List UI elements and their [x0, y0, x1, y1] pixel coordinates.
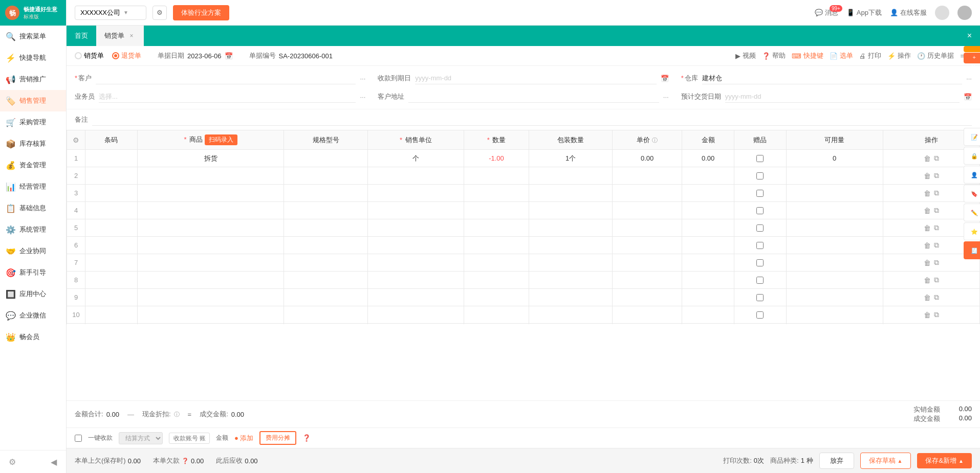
- customer-address-dots[interactable]: ···: [663, 93, 669, 101]
- save-draft-button[interactable]: 保存草稿 ▲: [860, 453, 911, 469]
- row1-gift[interactable]: [734, 150, 786, 167]
- message-button[interactable]: 💬 消息 99+: [815, 8, 838, 17]
- row6-gift-checkbox[interactable]: [756, 242, 764, 249]
- shortcut-button[interactable]: ⌨ 快捷键: [792, 51, 823, 60]
- sidebar-item-finance[interactable]: 💰 资金管理: [0, 154, 66, 176]
- row1-pack-qty[interactable]: 1个: [529, 150, 612, 167]
- company-selector[interactable]: XXXXXX公司 ▼: [75, 6, 146, 20]
- print-button[interactable]: 🖨 打印: [859, 51, 881, 60]
- sidebar-item-operations[interactable]: 📊 经营管理: [0, 176, 66, 197]
- sidebar-item-quick-nav[interactable]: ⚡ 快捷导航: [0, 47, 66, 69]
- customer-address-input[interactable]: [408, 91, 659, 103]
- row1-copy-icon[interactable]: ⧉: [934, 154, 939, 163]
- sidebar-item-marketing[interactable]: 📢 营销推广: [0, 69, 66, 90]
- app-download-button[interactable]: 📱 App下载: [846, 8, 882, 17]
- side-panel-btn-6[interactable]: ⭐: [964, 222, 980, 240]
- row2-gift-checkbox[interactable]: [756, 172, 764, 179]
- row5-gift-checkbox[interactable]: [756, 224, 764, 232]
- help-button[interactable]: ❓ 帮助: [762, 51, 786, 60]
- row1-amount[interactable]: 0.00: [682, 150, 734, 167]
- row10-gift-checkbox[interactable]: [756, 311, 764, 319]
- row2-delete-icon[interactable]: 🗑: [924, 172, 931, 180]
- date-calendar-icon[interactable]: 📅: [225, 52, 233, 60]
- row3-gift-checkbox[interactable]: [756, 190, 764, 197]
- radio-sales-order[interactable]: 销货单: [75, 51, 104, 60]
- tab-sales-order[interactable]: 销货单 ×: [96, 26, 144, 46]
- online-service-button[interactable]: 👤 在线客服: [890, 8, 927, 17]
- sidebar-item-inventory[interactable]: 📦 库存核算: [0, 133, 66, 154]
- abandon-button[interactable]: 放弃: [819, 453, 854, 469]
- row9-gift-checkbox[interactable]: [756, 294, 764, 301]
- one-click-checkbox[interactable]: [75, 435, 82, 442]
- fee-help-icon[interactable]: ❓: [302, 434, 311, 442]
- row7-gift-checkbox[interactable]: [756, 259, 764, 266]
- row3-copy-icon[interactable]: ⧉: [934, 189, 939, 197]
- operation-button[interactable]: ⚡ 操作: [887, 51, 911, 60]
- choose-button[interactable]: 📄 选单: [830, 51, 853, 60]
- add-payment-button[interactable]: ● 添加: [234, 434, 253, 443]
- sidebar-item-enterprise[interactable]: 🤝 企业协同: [0, 240, 66, 262]
- customer-dots[interactable]: ···: [360, 75, 365, 82]
- tab-close-icon[interactable]: ×: [127, 32, 136, 40]
- row1-product[interactable]: 拆货: [137, 150, 284, 167]
- user-avatar[interactable]: [935, 6, 949, 20]
- sidebar-item-search[interactable]: 🔍 搜索菜单: [0, 26, 66, 47]
- expected-delivery-input[interactable]: [725, 91, 960, 103]
- side-panel-btn-5[interactable]: ✏️: [964, 204, 980, 221]
- salesman-input[interactable]: [99, 91, 356, 103]
- gear-button[interactable]: ⚙: [153, 6, 167, 20]
- history-button[interactable]: 🕐 历史单据: [917, 51, 954, 60]
- payment-method-select[interactable]: 结算方式: [119, 432, 163, 444]
- arrears-help-icon[interactable]: ❓: [182, 458, 189, 464]
- side-panel-btn-2[interactable]: 🔒: [964, 147, 980, 165]
- row4-copy-icon[interactable]: ⧉: [934, 206, 939, 215]
- scan-button[interactable]: 扫码录入: [205, 134, 237, 145]
- trial-button[interactable]: 体验行业方案: [173, 5, 229, 20]
- row9-copy-icon[interactable]: ⧉: [934, 293, 939, 302]
- tab-home[interactable]: 首页: [67, 26, 96, 46]
- row8-gift-checkbox[interactable]: [756, 277, 764, 284]
- row5-delete-icon[interactable]: 🗑: [924, 224, 931, 232]
- sidebar-item-vip[interactable]: 👑 畅会员: [0, 326, 66, 348]
- due-date-input[interactable]: [415, 72, 656, 84]
- sidebar-item-system[interactable]: ⚙️ 系统管理: [0, 219, 66, 240]
- side-panel-btn-active[interactable]: 🧾: [964, 241, 980, 259]
- customer-input[interactable]: [96, 72, 356, 84]
- row8-delete-icon[interactable]: 🗑: [924, 276, 931, 284]
- settings-bottom-icon[interactable]: ⚙: [6, 456, 18, 468]
- row10-copy-icon[interactable]: ⧉: [934, 310, 939, 319]
- row1-quantity[interactable]: -1.00: [464, 150, 529, 167]
- row9-delete-icon[interactable]: 🗑: [924, 294, 931, 302]
- remark-input[interactable]: [92, 114, 972, 126]
- user-avatar2[interactable]: [957, 6, 972, 20]
- warehouse-input[interactable]: [702, 72, 962, 84]
- sidebar-item-purchase[interactable]: 🛒 采购管理: [0, 111, 66, 133]
- cash-discount-info-icon[interactable]: ⓘ: [174, 411, 180, 418]
- price-info-icon[interactable]: ⓘ: [652, 137, 658, 143]
- row2-copy-icon[interactable]: ⧉: [934, 171, 939, 180]
- row1-spec[interactable]: [284, 150, 367, 167]
- salesman-dots[interactable]: ···: [360, 93, 365, 101]
- save-new-button[interactable]: 保存&新增 ▲: [917, 453, 972, 468]
- row1-delete-icon[interactable]: 🗑: [924, 154, 931, 163]
- expected-delivery-calendar-icon[interactable]: 📅: [964, 93, 972, 101]
- row7-copy-icon[interactable]: ⧉: [934, 258, 939, 267]
- collapse-icon[interactable]: ◀: [48, 456, 60, 468]
- row3-delete-icon[interactable]: 🗑: [924, 189, 931, 197]
- row4-gift-checkbox[interactable]: [756, 207, 764, 214]
- table-settings-icon[interactable]: ⚙: [73, 136, 79, 144]
- row6-copy-icon[interactable]: ⧉: [934, 241, 939, 250]
- sidebar-item-wechat[interactable]: 💬 企业微信: [0, 305, 66, 326]
- row7-delete-icon[interactable]: 🗑: [924, 259, 931, 267]
- row8-copy-icon[interactable]: ⧉: [934, 276, 939, 284]
- payment-account-input[interactable]: [169, 433, 210, 444]
- due-date-calendar-icon[interactable]: 📅: [661, 75, 669, 82]
- logistics-side-button[interactable]: + 物流: [964, 53, 980, 63]
- side-panel-btn-3[interactable]: 👤: [964, 166, 980, 184]
- row6-delete-icon[interactable]: 🗑: [924, 241, 931, 250]
- side-panel-btn-4[interactable]: 🔖: [964, 185, 980, 202]
- warehouse-dots[interactable]: ···: [966, 75, 972, 82]
- row1-barcode[interactable]: [85, 150, 138, 167]
- video-button[interactable]: ▶ 视频: [735, 51, 756, 60]
- setup-side-button[interactable]: 设置: [964, 46, 980, 52]
